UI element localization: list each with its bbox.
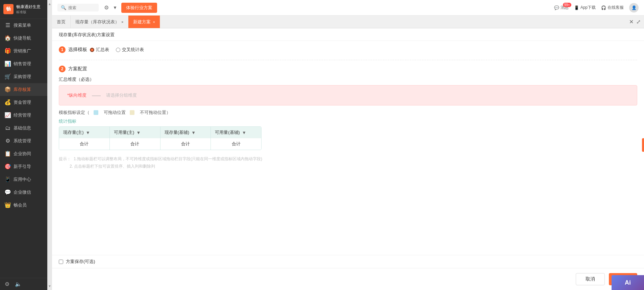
col-1-dropdown-icon[interactable]: ▼ — [136, 130, 141, 135]
message-icon: 💬 — [554, 5, 559, 10]
sidebar-item-label: 企业协同 — [14, 151, 31, 157]
stats-section-title: 统计指标 — [59, 118, 637, 124]
form-content: 1 选择模板 汇总表 交叉统计表 — [52, 41, 644, 255]
sidebar-scroll-indicator: ▲ ▼ — [47, 0, 52, 290]
user-avatar[interactable]: 👤 — [629, 3, 639, 13]
search-input[interactable] — [68, 5, 95, 10]
tab-new-plan-close[interactable]: × — [153, 20, 155, 24]
radio-summary[interactable]: 汇总表 — [90, 47, 109, 53]
section2-num: 2 — [59, 66, 66, 72]
settings-icon[interactable]: ⚙ — [5, 281, 9, 287]
header-right: 💬 消息 99+ 📱 App下载 🎧 在线客服 👤 — [554, 3, 639, 13]
quick-nav-icon: 🏠 — [5, 35, 11, 41]
sidebar-item-label: 企业微信 — [14, 189, 31, 195]
sidebar-item-purchase[interactable]: 🛒 采购管理 — [0, 70, 47, 83]
stats-col-0-label: 现存量(主) — [63, 129, 84, 136]
stats-col-1[interactable]: 可用量(主) ▼ — [110, 127, 160, 138]
volume-icon[interactable]: 🔈 — [15, 281, 22, 287]
cancel-button[interactable]: 取消 — [576, 273, 605, 285]
tip-0-text: 1.拖动标题栏可以调整布局，不可跨维度或指标区域拖动栏目字段(只能在同一维度或指… — [74, 155, 262, 163]
stats-col-2[interactable]: 现存量(基辅) ▼ — [160, 127, 211, 138]
sidebar-item-label: 库存核算 — [14, 87, 31, 93]
membership-icon: 👑 — [5, 202, 11, 208]
sales-icon: 📊 — [5, 61, 11, 67]
col-2-dropdown-icon[interactable]: ▼ — [191, 130, 196, 135]
corp-wechat-icon: 💬 — [5, 189, 11, 195]
radio-cross-input[interactable] — [116, 48, 120, 52]
dimension-dash: —— — [92, 93, 101, 98]
sidebar-item-label: 搜索菜单 — [14, 22, 31, 28]
sidebar-item-app-center[interactable]: 📱 应用中心 — [0, 173, 47, 186]
headset-icon: 🎧 — [601, 5, 606, 10]
sidebar-item-inventory[interactable]: 📦 库存核算 — [0, 83, 47, 96]
sidebar-item-operations[interactable]: 📈 经营管理 — [0, 109, 47, 122]
sidebar-item-corp-wechat[interactable]: 💬 企业微信 — [0, 186, 47, 199]
tab-bar-actions: ✕ ⤢ — [629, 19, 644, 25]
tab-new-plan[interactable]: 新建方案 × — [128, 16, 160, 28]
operations-icon: 📈 — [5, 112, 11, 118]
app-download-item[interactable]: 📱 App下载 — [574, 5, 596, 10]
tip-1-text: 2. 点击标题栏下拉可设置排序、插入列和删除列 — [70, 163, 155, 170]
section1-header: 1 选择模板 汇总表 交叉统计表 — [59, 46, 637, 53]
sidebar-item-label: 基础信息 — [14, 125, 31, 131]
dimension-placeholder[interactable]: 请选择分组维度 — [106, 92, 137, 98]
sidebar-item-newcomer[interactable]: 🎯 新手引导 — [0, 160, 47, 173]
sidebar-item-sales[interactable]: 📊 销售管理 — [0, 57, 47, 70]
radio-cross[interactable]: 交叉统计表 — [116, 47, 144, 53]
radio-summary-input[interactable] — [90, 48, 94, 52]
sidebar-item-system[interactable]: ⚙ 系统管理 — [0, 135, 47, 147]
sidebar-item-label: 营销推广 — [14, 48, 31, 54]
company-icon: 📋 — [5, 151, 11, 157]
marketing-icon: 🎁 — [5, 48, 11, 54]
sidebar-item-search-menu[interactable]: ☰ 搜索菜单 — [0, 19, 47, 32]
col-0-dropdown-icon[interactable]: ▼ — [86, 130, 90, 135]
sidebar-item-label: 资金管理 — [14, 99, 31, 105]
purchase-icon: 🛒 — [5, 74, 11, 80]
tab-expand-button[interactable]: ⤢ — [636, 19, 641, 25]
template-radio-group: 汇总表 交叉统计表 — [90, 47, 144, 53]
page-title: 现存量(库存状况表)方案设置 — [52, 28, 644, 41]
drag-indicator-box — [94, 110, 98, 115]
tab-close-button[interactable]: ✕ — [629, 19, 634, 25]
tab-inventory[interactable]: 现存量（库存状况表） × — [71, 16, 128, 28]
stats-col-0[interactable]: 现存量(主) ▼ — [59, 127, 110, 138]
tip-line-0: 提示： 1.拖动标题栏可以调整布局，不可跨维度或指标区域拖动栏目字段(只能在同一… — [59, 155, 637, 163]
sidebar-item-membership[interactable]: 👑 畅会员 — [0, 199, 47, 212]
stats-col-3-label: 可用量(基辅) — [215, 129, 240, 136]
finance-icon: 💰 — [5, 99, 11, 105]
online-service-item[interactable]: 🎧 在线客服 — [601, 5, 624, 10]
header-search-box[interactable]: 🔍 — [57, 4, 99, 11]
dimension-required-label: 汇总维度（必选） — [59, 76, 637, 82]
stats-col-2-label: 现存量(基辅) — [165, 129, 190, 136]
tab-inventory-close[interactable]: × — [121, 20, 123, 24]
section-divider — [59, 60, 637, 60]
sidebar-item-basic-info[interactable]: 🗂 基础信息 — [0, 122, 47, 135]
message-item[interactable]: 💬 消息 99+ — [554, 5, 569, 10]
stats-table-header: 现存量(主) ▼ 可用量(主) ▼ 现存量(基辅) ▼ — [59, 127, 261, 138]
header-dropdown-icon[interactable]: ▼ — [113, 5, 117, 10]
industry-plan-button[interactable]: 体验行业方案 — [121, 3, 157, 13]
no-drag-indicator-box — [130, 110, 134, 115]
sidebar-item-finance[interactable]: 💰 资金管理 — [0, 96, 47, 109]
stats-col-3[interactable]: 可用量(基辅) ▼ — [211, 127, 261, 138]
stats-cell-0: 合计 — [59, 138, 110, 150]
scroll-down-arrow[interactable]: ▼ — [47, 284, 52, 289]
basic-info-icon: 🗂 — [5, 125, 11, 131]
sidebar-item-company[interactable]: 📋 企业协同 — [0, 147, 47, 160]
ai-fab-button[interactable]: Ai — [612, 275, 644, 290]
section-choose-template: 1 选择模板 汇总表 交叉统计表 — [59, 46, 637, 53]
tab-bar: 首页 现存量（库存状况表） × 新建方案 × ✕ ⤢ — [52, 16, 644, 28]
vertical-dimension-label: *纵向维度 — [67, 92, 86, 98]
col-3-dropdown-icon[interactable]: ▼ — [242, 130, 246, 135]
stats-cell-3: 合计 — [211, 138, 261, 150]
scroll-up-arrow[interactable]: ▲ — [47, 1, 52, 6]
indicators-label-text: 模板指标设定（ — [59, 110, 90, 116]
sidebar: 畅 畅康通好生意 标准版 ☰ 搜索菜单 🏠 快捷导航 🎁 营销推广 📊 销售管理… — [0, 0, 47, 290]
sidebar-item-marketing[interactable]: 🎁 营销推广 — [0, 45, 47, 57]
tip-line-1: 2. 点击标题栏下拉可设置排序、插入列和删除列 — [59, 163, 637, 170]
sidebar-item-quick-nav[interactable]: 🏠 快捷导航 — [0, 32, 47, 45]
tab-home[interactable]: 首页 — [52, 16, 71, 28]
header-gear-icon[interactable]: ⚙ — [104, 4, 109, 11]
save-checkbox[interactable] — [59, 260, 63, 264]
online-service-label: 在线客服 — [608, 5, 624, 10]
